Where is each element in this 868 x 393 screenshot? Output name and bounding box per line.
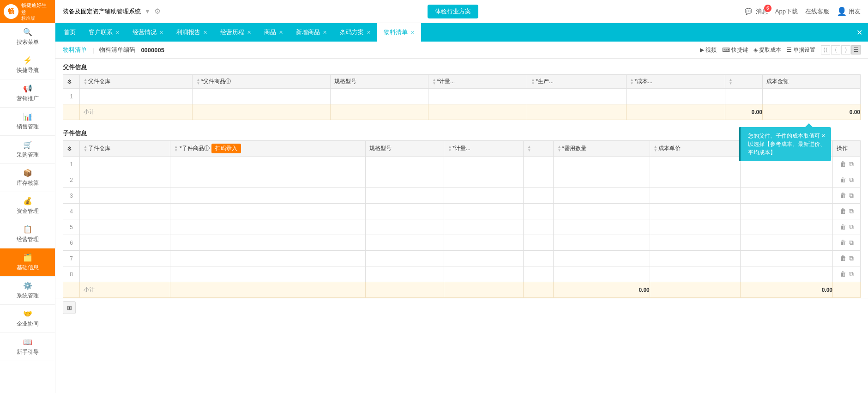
app-download-link[interactable]: App下载	[775, 7, 798, 16]
table-icon-btn[interactable]: ⊞	[63, 301, 76, 314]
sidebar-item-4[interactable]: 🛒采购管理	[0, 136, 55, 164]
child-extra-2[interactable]	[524, 172, 554, 188]
parent-measure-1[interactable]	[428, 89, 527, 104]
child-measure-1[interactable]	[444, 157, 524, 172]
view-link[interactable]: ▶ 视频	[700, 46, 717, 54]
child-product-2[interactable]	[170, 172, 366, 188]
sidebar-item-7[interactable]: 📋经营管理	[0, 220, 55, 248]
child-cost-amount-5[interactable]	[741, 219, 833, 235]
user-info[interactable]: 👤 用友	[837, 6, 861, 17]
child-product-3[interactable]	[170, 188, 366, 204]
child-col-settings[interactable]: ⚙	[63, 141, 80, 157]
child-warehouse-2[interactable]	[80, 172, 170, 188]
child-cost-amount-4[interactable]	[741, 204, 833, 219]
sidebar-item-1[interactable]: ⚡快捷导航	[0, 51, 55, 79]
nav-close-all[interactable]: ✕	[853, 28, 866, 37]
child-cost-amount-6[interactable]	[741, 235, 833, 251]
parent-col-settings[interactable]: ⚙	[63, 75, 80, 89]
child-qty-1[interactable]	[554, 157, 650, 172]
child-extra-6[interactable]	[524, 235, 554, 251]
child-product-6[interactable]	[170, 235, 366, 251]
delete-icon-1[interactable]: 🗑	[840, 160, 846, 168]
child-measure-3[interactable]	[444, 188, 524, 204]
nav-tab-4[interactable]: 经营历程✕	[214, 23, 258, 42]
parent-cost-1[interactable]	[626, 89, 725, 104]
child-warehouse-8[interactable]	[80, 266, 170, 282]
copy-icon-2[interactable]: ⧉	[849, 176, 854, 184]
child-unit-cost-1[interactable]	[650, 157, 740, 172]
copy-icon-1[interactable]: ⧉	[849, 160, 854, 168]
child-cost-amount-3[interactable]	[741, 188, 833, 204]
child-measure-6[interactable]	[444, 235, 524, 251]
delete-icon-8[interactable]: 🗑	[840, 270, 846, 278]
nav-tab-1[interactable]: 客户联系✕	[82, 23, 126, 42]
delete-icon-3[interactable]: 🗑	[840, 192, 846, 200]
child-qty-7[interactable]	[554, 251, 650, 266]
child-warehouse-4[interactable]	[80, 204, 170, 219]
child-qty-3[interactable]	[554, 188, 650, 204]
child-measure-4[interactable]	[444, 204, 524, 219]
child-measure-8[interactable]	[444, 266, 524, 282]
child-spec-7[interactable]	[366, 251, 444, 266]
sidebar-item-10[interactable]: 🤝企业协同	[0, 305, 55, 333]
delete-icon-7[interactable]: 🗑	[840, 254, 846, 262]
nav-tab-2[interactable]: 经营情况✕	[126, 23, 170, 42]
copy-icon-4[interactable]: ⧉	[849, 207, 854, 215]
child-unit-cost-6[interactable]	[650, 235, 740, 251]
next-page-btn[interactable]: ⟩	[841, 45, 850, 54]
parent-spec-1[interactable]	[331, 89, 428, 104]
child-extra-7[interactable]	[524, 251, 554, 266]
settings-icon[interactable]: ⚙	[154, 7, 161, 16]
child-spec-4[interactable]	[366, 204, 444, 219]
nav-tab-0[interactable]: 首页	[57, 23, 82, 42]
child-unit-cost-5[interactable]	[650, 219, 740, 235]
nav-tab-close-1[interactable]: ✕	[115, 30, 120, 36]
copy-icon-6[interactable]: ⧉	[849, 239, 854, 247]
nav-tab-5[interactable]: 商品✕	[258, 23, 289, 42]
child-qty-4[interactable]	[554, 204, 650, 219]
child-warehouse-3[interactable]	[80, 188, 170, 204]
child-unit-cost-4[interactable]	[650, 204, 740, 219]
child-cost-amount-8[interactable]	[741, 266, 833, 282]
child-product-8[interactable]	[170, 266, 366, 282]
copy-icon-3[interactable]: ⧉	[849, 192, 854, 200]
child-cost-amount-2[interactable]	[741, 172, 833, 188]
child-product-7[interactable]	[170, 251, 366, 266]
child-warehouse-7[interactable]	[80, 251, 170, 266]
child-spec-2[interactable]	[366, 172, 444, 188]
child-spec-1[interactable]	[366, 157, 444, 172]
child-measure-5[interactable]	[444, 219, 524, 235]
child-extra-8[interactable]	[524, 266, 554, 282]
nav-tab-close-3[interactable]: ✕	[203, 30, 207, 36]
sidebar-item-8[interactable]: 🗂️基础信息	[0, 248, 55, 277]
sidebar-item-9[interactable]: ⚙️系统管理	[0, 277, 55, 305]
nav-tab-close-6[interactable]: ✕	[323, 30, 327, 36]
child-product-4[interactable]	[170, 204, 366, 219]
child-spec-3[interactable]	[366, 188, 444, 204]
nav-tab-close-5[interactable]: ✕	[279, 30, 283, 36]
message-badge[interactable]: 💬 6 消息	[745, 7, 768, 16]
child-unit-cost-8[interactable]	[650, 266, 740, 282]
sidebar-item-2[interactable]: 📢营销推广	[0, 79, 55, 108]
child-extra-1[interactable]	[524, 157, 554, 172]
child-spec-5[interactable]	[366, 219, 444, 235]
child-qty-8[interactable]	[554, 266, 650, 282]
shortcut-link[interactable]: ⌨ 快捷键	[722, 46, 748, 54]
nav-tab-8[interactable]: 物料清单✕	[377, 23, 421, 42]
nav-tab-close-7[interactable]: ✕	[367, 30, 371, 36]
child-warehouse-1[interactable]	[80, 157, 170, 172]
trial-button[interactable]: 体验行业方案	[428, 5, 478, 18]
nav-tab-7[interactable]: 条码方案✕	[333, 23, 377, 42]
child-qty-6[interactable]	[554, 235, 650, 251]
single-settings-link[interactable]: ☰ 单据设置	[787, 46, 815, 54]
nav-tab-6[interactable]: 新增商品✕	[289, 23, 333, 42]
dropdown-arrow[interactable]: ▼	[145, 8, 151, 15]
child-unit-cost-3[interactable]	[650, 188, 740, 204]
copy-icon-7[interactable]: ⧉	[849, 254, 854, 262]
nav-tab-close-2[interactable]: ✕	[159, 30, 163, 36]
online-service-link[interactable]: 在线客服	[805, 7, 829, 16]
child-unit-cost-7[interactable]	[650, 251, 740, 266]
tooltip-close[interactable]: ✕	[821, 132, 826, 140]
delete-icon-2[interactable]: 🗑	[840, 176, 846, 184]
child-warehouse-6[interactable]	[80, 235, 170, 251]
